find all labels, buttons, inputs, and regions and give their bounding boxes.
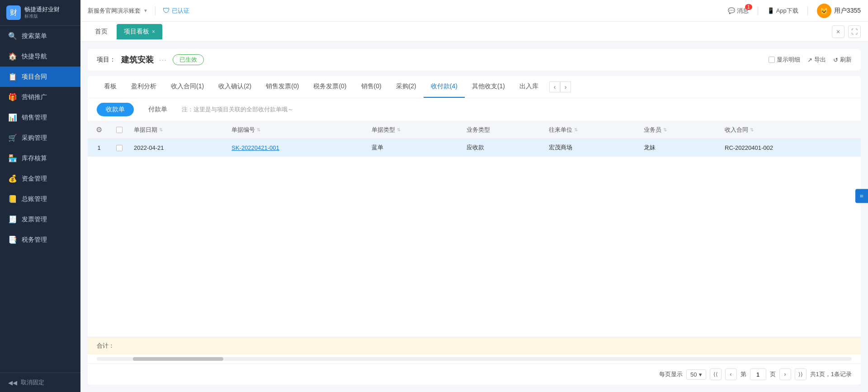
scrollbar-track[interactable] [97, 357, 852, 361]
sidebar-item-purchase[interactable]: 🛒 采购管理 [0, 128, 80, 148]
sort-icon[interactable]: ⇅ [257, 127, 260, 132]
right-panel-toggle[interactable]: ≡ [855, 189, 868, 203]
column-type: 单据类型 ⇅ [366, 121, 461, 139]
finance-icon: 💰 [8, 174, 17, 183]
unpin-button[interactable]: ◀◀ 取消固定 [0, 373, 80, 392]
account-selector[interactable]: 新服务官网演示账套 ▼ [88, 7, 148, 15]
close-window-button[interactable]: × [832, 25, 844, 38]
table-wrapper: ⚙ 单据日期 ⇅ [88, 121, 861, 337]
project-label: 项目： [97, 56, 116, 64]
row-checkbox[interactable] [110, 139, 128, 157]
app-download-button[interactable]: 📱 App下载 [767, 7, 798, 15]
prev-page-button[interactable]: ‹ [725, 368, 737, 380]
sub-tab-profit[interactable]: 盈利分析 [124, 76, 164, 98]
sub-tab-purchase[interactable]: 采购(2) [389, 76, 424, 98]
export-button[interactable]: ↗ 导出 [807, 56, 826, 64]
dropdown-icon: ▾ [699, 371, 702, 378]
sub-tab-receipt[interactable]: 收付款(4) [424, 76, 465, 98]
total-pages-label: 共1页，1条记录 [810, 370, 852, 378]
sort-icon[interactable]: ⇅ [750, 127, 754, 132]
tax-icon: 📑 [8, 235, 17, 244]
last-page-button[interactable]: ⟩⟩ [795, 368, 807, 380]
payment-tab[interactable]: 付款单 [139, 103, 176, 116]
sub-tab-tax-invoice[interactable]: 税务发票(0) [306, 76, 354, 98]
sidebar-item-tax[interactable]: 📑 税务管理 [0, 229, 80, 250]
user-menu[interactable]: 🐱 用户3355 [817, 4, 861, 18]
project-icon: 📋 [8, 72, 17, 81]
summary-label: 合计： [97, 342, 114, 349]
sub-tab-other-expense[interactable]: 其他收支(1) [465, 76, 512, 98]
scrollbar-thumb[interactable] [133, 357, 223, 361]
sub-tab-sales-invoice[interactable]: 销售发票(0) [259, 76, 306, 98]
summary-row: 合计： [88, 337, 861, 354]
first-page-button[interactable]: ⟨⟨ [710, 368, 722, 380]
sidebar-item-sales[interactable]: 📊 销售管理 [0, 107, 80, 128]
unpin-label: 取消固定 [21, 378, 44, 387]
sidebar-item-label: 搜索菜单 [22, 32, 47, 40]
maximize-button[interactable]: ⛶ [848, 25, 861, 38]
main-content: 新服务官网演示账套 ▼ 🛡 已认证 💬 消息 1 📱 App下载 🐱 用户335… [80, 0, 868, 392]
message-button[interactable]: 💬 消息 1 [728, 7, 749, 15]
column-settings: ⚙ [88, 121, 110, 139]
project-header: 项目： 建筑安装 ··· 已生效 显示明细 ↗ 导出 ↺ 刷新 [88, 49, 861, 71]
purchase-icon: 🛒 [8, 134, 17, 142]
sidebar-item-search[interactable]: 🔍 搜索菜单 [0, 26, 80, 46]
app-download-label: App下载 [776, 7, 798, 15]
sidebar-item-project[interactable]: 📋 项目合同 [0, 67, 80, 87]
page-number-input[interactable] [750, 368, 766, 380]
column-partner-label: 往来单位 [549, 126, 572, 134]
sidebar-item-finance[interactable]: 💰 资金管理 [0, 168, 80, 189]
sub-tab-kanban[interactable]: 看板 [97, 76, 124, 98]
sort-icon[interactable]: ⇅ [663, 127, 667, 132]
home-icon: 🏠 [8, 52, 17, 61]
row-index: 1 [88, 139, 110, 157]
message-icon: 💬 [728, 7, 735, 14]
account-name: 新服务官网演示账套 [88, 7, 141, 15]
select-all-checkbox[interactable] [116, 127, 123, 133]
refresh-icon: ↺ [833, 57, 838, 63]
sub-tab-income-contract[interactable]: 收入合同(1) [164, 76, 211, 98]
refresh-button[interactable]: ↺ 刷新 [833, 56, 852, 64]
checkbox-icon[interactable] [769, 57, 775, 63]
sub-tab-prev-button[interactable]: ‹ [549, 81, 560, 92]
sort-icon[interactable]: ⇅ [159, 127, 163, 132]
page-size-text: 每页显示 [659, 370, 683, 378]
sub-tab-income-confirm[interactable]: 收入确认(2) [211, 76, 259, 98]
sidebar-item-label: 营销推广 [22, 93, 47, 101]
page-word: 页 [770, 370, 776, 378]
page-size-selector[interactable]: 50 ▾ [686, 369, 706, 380]
topbar: 新服务官网演示账套 ▼ 🛡 已认证 💬 消息 1 📱 App下载 🐱 用户335… [80, 0, 868, 22]
project-board-label: 项目看板 [124, 28, 149, 36]
certified-label: 已认证 [172, 7, 189, 15]
table-row[interactable]: 1 2022-04-21 SK-20220421-001 [88, 139, 861, 157]
sort-icon[interactable]: ⇅ [574, 127, 578, 132]
next-page-button[interactable]: › [779, 368, 791, 380]
payment-tab-label: 付款单 [148, 105, 167, 113]
tab-close-icon[interactable]: × [152, 29, 155, 35]
tab-project-board[interactable]: 项目看板 × [117, 24, 162, 39]
sidebar-item-label: 采购管理 [22, 134, 47, 142]
sub-tab-warehouse[interactable]: 出入库 [512, 76, 546, 98]
logo-sub: 标准版 [24, 13, 60, 19]
sidebar-item-invoice[interactable]: 🧾 发票管理 [0, 209, 80, 229]
sub-tab-next-button[interactable]: › [560, 81, 571, 92]
sort-icon[interactable]: ⇅ [397, 127, 401, 132]
sub-tab-sales[interactable]: 销售(0) [354, 76, 389, 98]
sidebar-item-quicknav[interactable]: 🏠 快捷导航 [0, 46, 80, 67]
logo-text: 畅捷通好业财 [24, 6, 60, 14]
sidebar-item-inventory[interactable]: 🏪 库存核算 [0, 148, 80, 168]
column-biz-type: 业务类型 [461, 121, 543, 139]
column-settings-icon[interactable]: ⚙ [96, 126, 102, 134]
data-table: ⚙ 单据日期 ⇅ [88, 121, 861, 157]
show-detail-checkbox[interactable]: 显示明细 [769, 56, 800, 64]
sidebar-item-ledger[interactable]: 📒 总账管理 [0, 189, 80, 209]
column-salesman-label: 业务员 [644, 126, 661, 134]
tab-home[interactable]: 首页 [88, 24, 115, 39]
sidebar-item-marketing[interactable]: 🎁 营销推广 [0, 87, 80, 107]
project-actions: 显示明细 ↗ 导出 ↺ 刷新 [769, 56, 852, 64]
row-number[interactable]: SK-20220421-001 [226, 139, 366, 157]
horizontal-scrollbar[interactable] [88, 354, 861, 363]
project-more-button[interactable]: ··· [159, 56, 167, 63]
receipt-tab[interactable]: 收款单 [97, 103, 134, 116]
column-biz-type-label: 业务类型 [467, 126, 490, 133]
